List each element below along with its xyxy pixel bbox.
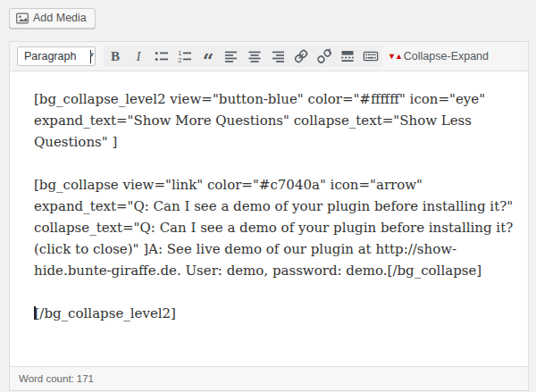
svg-text:2: 2 (178, 56, 181, 64)
insert-more-tag-button[interactable] (336, 46, 359, 67)
italic-button[interactable]: I (127, 46, 150, 67)
align-left-button[interactable] (220, 46, 243, 67)
word-count-value: 171 (77, 373, 94, 384)
editor-toolbar: Paragraph ▾ B I 1 (10, 42, 528, 71)
blockquote-icon: “ (203, 56, 214, 65)
bulleted-list-button[interactable] (150, 46, 173, 67)
text-line: expand_text="Q: Can I see a demo of your… (34, 196, 504, 217)
link-icon (293, 48, 309, 64)
more-tag-icon (339, 48, 356, 64)
insert-link-button[interactable] (289, 46, 313, 67)
align-center-button[interactable] (243, 46, 266, 67)
shortcode-paragraph-1: [bg_collapse_level2 view="button-blue" c… (34, 88, 504, 153)
text-line: hide.bunte-giraffe.de. User: demo, passw… (34, 260, 504, 281)
editor-frame: Paragraph ▾ B I 1 (9, 41, 529, 391)
text-line: [/bg_collapse_level2] (34, 303, 504, 324)
paragraph-format-select[interactable]: Paragraph ▾ (17, 46, 96, 66)
numbered-list-button[interactable]: 1 2 (173, 46, 197, 67)
keyboard-icon (363, 48, 379, 64)
collapse-expand-button[interactable]: ▼▲ Collapse-Expand (388, 50, 489, 63)
align-right-icon (270, 48, 286, 64)
bold-icon: B (111, 49, 120, 64)
align-right-button[interactable] (266, 46, 289, 67)
text-line: expand_text="Show More Questions" collap… (34, 110, 504, 131)
word-count-label: Word count: (19, 373, 74, 384)
align-left-icon (223, 48, 239, 64)
remove-link-button[interactable] (313, 46, 336, 67)
collapse-expand-triangles-icon: ▼▲ (388, 52, 402, 61)
blockquote-button[interactable]: “ (197, 46, 220, 67)
chevron-down-icon: ▾ (90, 50, 92, 63)
shortcode-paragraph-3: [/bg_collapse_level2] (34, 303, 504, 324)
text-line: [bg_collapse view="link" color="#c7040a"… (34, 174, 504, 196)
collapse-expand-label: Collapse-Expand (404, 50, 489, 63)
italic-icon: I (137, 49, 141, 64)
toolbar-toggle-button[interactable] (359, 46, 382, 67)
editor-content-area[interactable]: [bg_collapse_level2 view="button-blue" c… (10, 71, 528, 366)
add-media-button[interactable]: Add Media (9, 8, 96, 29)
status-bar: Word count: 171 (10, 366, 528, 390)
text-line-text: [/bg_collapse_level2] (35, 305, 176, 321)
text-line: (click to close)" ]A: See live demo of o… (34, 238, 504, 260)
bulleted-list-icon (154, 48, 170, 64)
post-editor-page: Add Media Paragraph ▾ B I (0, 0, 536, 391)
text-line: collapse_text="Q: Can I see a demo of yo… (34, 217, 504, 238)
align-center-icon (247, 48, 263, 64)
add-media-label: Add Media (33, 12, 87, 24)
shortcode-paragraph-2: [bg_collapse view="link" color="#c7040a"… (34, 174, 504, 281)
text-line: Questions" ] (34, 131, 504, 153)
add-media-icon (16, 13, 29, 24)
text-line: [bg_collapse_level2 view="button-blue" c… (34, 88, 504, 110)
media-buttons-row: Add Media (9, 8, 529, 33)
unlink-icon (316, 48, 332, 64)
paragraph-format-label: Paragraph (24, 50, 76, 63)
numbered-list-icon: 1 2 (177, 48, 193, 64)
bold-button[interactable]: B (104, 46, 127, 67)
